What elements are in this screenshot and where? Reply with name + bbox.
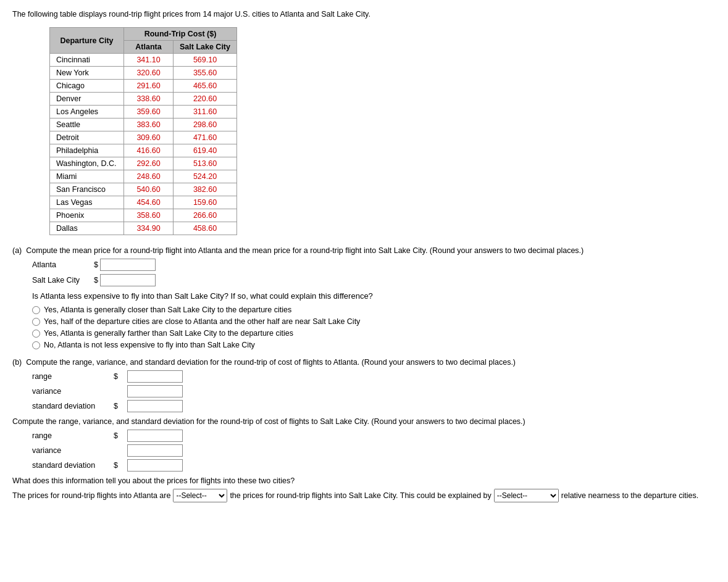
- atlanta-price-cell: 454.60: [124, 196, 174, 209]
- range-input-slc[interactable]: [127, 430, 183, 442]
- slc-price-cell: 159.60: [174, 196, 237, 209]
- variance-input-slc[interactable]: [127, 444, 183, 457]
- table-row: Philadelphia 416.60 619.40: [50, 144, 237, 157]
- atlanta-price-cell: 359.60: [124, 106, 174, 118]
- radio-option-2[interactable]: [32, 330, 40, 338]
- variance-label-slc: variance: [32, 446, 112, 455]
- city-cell: Chicago: [50, 80, 124, 93]
- table-row: Dallas 334.90 458.60: [50, 222, 237, 235]
- radio-item: Yes, half of the departure cities are cl…: [32, 317, 716, 326]
- variance-label-atl: variance: [32, 387, 112, 396]
- atlanta-price-cell: 291.60: [124, 80, 174, 93]
- city-cell: Las Vegas: [50, 196, 124, 209]
- part-b-section: (b) Compute the range, variance, and sta…: [12, 358, 716, 502]
- table-row: Denver 338.60 220.60: [50, 93, 237, 106]
- data-table-wrapper: Departure City Round-Trip Cost ($) Atlan…: [49, 27, 716, 235]
- radio-item: No, Atlanta is not less expensive to fly…: [32, 341, 716, 349]
- flight-prices-table: Departure City Round-Trip Cost ($) Atlan…: [49, 27, 237, 235]
- city-cell: Cincinnati: [50, 54, 124, 67]
- atlanta-price-cell: 416.60: [124, 144, 174, 157]
- atlanta-price-cell: 248.60: [124, 170, 174, 183]
- std-dollar-slc: $: [114, 461, 126, 470]
- intro-text: The following table displays round-trip …: [12, 10, 716, 19]
- departure-city-header: Departure City: [50, 28, 124, 54]
- slc-price-cell: 513.60: [174, 157, 237, 170]
- slc-price-cell: 355.60: [174, 67, 237, 80]
- last-line: The prices for round-trip flights into A…: [12, 489, 716, 502]
- slc-price-cell: 465.60: [174, 80, 237, 93]
- select-explanation[interactable]: --Select--Atlanta'sSalt Lake City's: [494, 489, 559, 502]
- round-trip-cost-header: Round-Trip Cost ($): [124, 28, 237, 41]
- part-a-letter: (a): [12, 246, 22, 255]
- range-label-atl: range: [32, 372, 112, 381]
- atlanta-price-cell: 334.90: [124, 222, 174, 235]
- city-cell: New York: [50, 67, 124, 80]
- std-input-atl[interactable]: [127, 400, 183, 412]
- atlanta-price-cell: 358.60: [124, 209, 174, 222]
- slc-price-cell: 524.20: [174, 170, 237, 183]
- part-a-label: (a) Compute the mean price for a round-t…: [12, 246, 716, 255]
- atlanta-price-cell: 341.10: [124, 54, 174, 67]
- atlanta-price-cell: 540.60: [124, 183, 174, 196]
- part-b-slc-stats: range $ variance standard deviation $: [32, 430, 716, 472]
- city-cell: Dallas: [50, 222, 124, 235]
- slc-dollar-sign: $: [94, 276, 98, 285]
- range-input-atl[interactable]: [127, 370, 183, 383]
- atlanta-mean-label: Atlanta: [32, 260, 94, 269]
- last-line-suffix: relative nearness to the departure citie…: [561, 491, 698, 500]
- atlanta-mean-input[interactable]: [100, 259, 156, 271]
- variance-input-atl[interactable]: [127, 385, 183, 397]
- city-cell: Detroit: [50, 131, 124, 144]
- city-cell: Phoenix: [50, 209, 124, 222]
- atlanta-price-cell: 338.60: [124, 93, 174, 106]
- table-row: Phoenix 358.60 266.60: [50, 209, 237, 222]
- follow-question: Is Atlanta less expensive to fly into th…: [32, 291, 716, 301]
- table-row: Washington, D.C. 292.60 513.60: [50, 157, 237, 170]
- part-a-question: Compute the mean price for a round-trip …: [26, 246, 584, 255]
- radio-label-0: Yes, Atlanta is generally closer than Sa…: [44, 306, 291, 314]
- city-cell: Los Angeles: [50, 106, 124, 118]
- last-line-middle: the prices for round-trip flights into S…: [230, 491, 491, 500]
- last-line-prefix: The prices for round-trip flights into A…: [12, 491, 170, 500]
- table-row: Cincinnati 341.10 569.10: [50, 54, 237, 67]
- radio-item: Yes, Atlanta is generally closer than Sa…: [32, 306, 716, 314]
- part-b-question2: Compute the range, variance, and standar…: [12, 417, 716, 426]
- slc-price-cell: 458.60: [174, 222, 237, 235]
- table-row: Los Angeles 359.60 311.60: [50, 106, 237, 118]
- slc-price-cell: 569.10: [174, 54, 237, 67]
- range-dollar-slc: $: [114, 431, 126, 440]
- radio-label-3: No, Atlanta is not less expensive to fly…: [44, 341, 255, 349]
- slc-header: Salt Lake City: [174, 41, 237, 54]
- city-cell: Washington, D.C.: [50, 157, 124, 170]
- radio-option-3[interactable]: [32, 341, 40, 349]
- radio-option-0[interactable]: [32, 306, 40, 314]
- part-b-letter: (b): [12, 358, 22, 367]
- city-cell: Seattle: [50, 118, 124, 131]
- radio-item: Yes, Atlanta is generally farther than S…: [32, 329, 716, 338]
- table-row: Chicago 291.60 465.60: [50, 80, 237, 93]
- atlanta-price-cell: 292.60: [124, 157, 174, 170]
- slc-price-cell: 382.60: [174, 183, 237, 196]
- slc-price-cell: 311.60: [174, 106, 237, 118]
- atlanta-mean-row: Atlanta $: [32, 259, 716, 271]
- radio-label-1: Yes, half of the departure cities are cl…: [44, 317, 360, 326]
- table-row: Seattle 383.60 298.60: [50, 118, 237, 131]
- slc-price-cell: 266.60: [174, 209, 237, 222]
- table-row: Detroit 309.60 471.60: [50, 131, 237, 144]
- atlanta-header: Atlanta: [124, 41, 174, 54]
- slc-mean-row: Salt Lake City $: [32, 274, 716, 286]
- radio-group-a: Yes, Atlanta is generally closer than Sa…: [32, 306, 716, 349]
- atlanta-price-cell: 309.60: [124, 131, 174, 144]
- part-b-atlanta-stats: range $ variance standard deviation $: [32, 370, 716, 412]
- select-comparison[interactable]: --Select--lower thanhigher thanthe same …: [173, 489, 227, 502]
- std-dollar-atl: $: [114, 402, 126, 410]
- part-a-section: (a) Compute the mean price for a round-t…: [12, 246, 716, 349]
- range-label-slc: range: [32, 431, 112, 440]
- radio-option-1[interactable]: [32, 318, 40, 326]
- slc-mean-input[interactable]: [100, 274, 156, 286]
- std-input-slc[interactable]: [127, 459, 183, 472]
- range-dollar-atl: $: [114, 372, 126, 381]
- part-b-question: Compute the range, variance, and standar…: [26, 358, 516, 367]
- city-cell: San Francisco: [50, 183, 124, 196]
- table-row: Miami 248.60 524.20: [50, 170, 237, 183]
